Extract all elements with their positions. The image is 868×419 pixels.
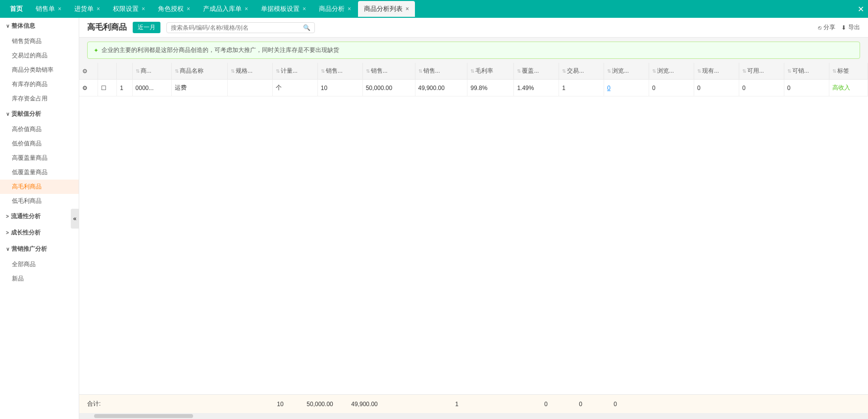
header-actions: ⎋ 分享 ⬇ 导出 (818, 23, 860, 32)
group-label-growth-analysis: 成长性分析 (11, 229, 41, 237)
search-icon[interactable]: 🔍 (303, 24, 310, 31)
sidebar-collapse-button[interactable]: « (71, 209, 79, 229)
col-label-browse2: 浏览... (657, 67, 674, 74)
sidebar-item-low-profit[interactable]: 低毛利商品 (0, 194, 79, 208)
group-label-flow-analysis: 流通性分析 (11, 212, 41, 221)
col-label-name: 商品名称 (180, 67, 204, 74)
tab-close-permission-set[interactable]: × (142, 5, 145, 12)
nav-tab-permission-set[interactable]: 权限设置× (107, 1, 151, 17)
sidebar-item-sales-ranking[interactable]: 销售货商品 (0, 34, 79, 48)
row-sales-qty-value: 10 (321, 85, 327, 92)
arrow-icon-overall-info: ∨ (6, 23, 9, 29)
nav-tab-role-permission[interactable]: 角色授权× (152, 1, 196, 17)
sidebar-group-growth-analysis[interactable]: >成长性分析 (0, 225, 79, 241)
nav-tab-product-inbound[interactable]: 产成品入库单× (197, 1, 254, 17)
sidebar-item-category-assist[interactable]: 商品分类助销率 (0, 63, 79, 77)
arrow-icon-financial-analysis: ∨ (6, 111, 9, 117)
sidebar-item-traded[interactable]: 交易过的商品 (0, 48, 79, 63)
col-header-trade-times[interactable]: ⇅交易... (559, 63, 604, 80)
table-header-row: ⚙⇅商...⇅商品名称⇅规格...⇅计量...⇅销售...⇅销售...⇅销售..… (79, 63, 868, 80)
sidebar-group-flow-analysis[interactable]: >流通性分析 (0, 208, 79, 225)
search-input[interactable] (171, 24, 303, 31)
sidebar-item-all-products[interactable]: 全部商品 (0, 257, 79, 272)
sidebar-item-low-value[interactable]: 低价值商品 (0, 137, 79, 151)
sidebar-item-new-products[interactable]: 新品 (0, 272, 79, 286)
sort-icon-coverage: ⇅ (517, 68, 521, 74)
sidebar-item-label-has-stock: 有库存的商品 (12, 81, 48, 88)
tag-label: 高收入 (832, 84, 850, 91)
col-header-sales-amount[interactable]: ⇅销售... (362, 63, 415, 80)
sidebar-item-high-value[interactable]: 高价值商品 (0, 122, 79, 137)
col-label-sales-profit: 销售... (423, 67, 440, 74)
col-header-sales-qty[interactable]: ⇅销售... (317, 63, 362, 80)
row-unit-value: 个 (276, 84, 282, 91)
nav-tab-label-sales: 销售单 (36, 4, 55, 13)
col-label-current-stock: 现有... (702, 67, 719, 74)
sidebar-item-stock-ratio[interactable]: 库存资金占用 (0, 92, 79, 106)
col-header-current-stock[interactable]: ⇅现有... (694, 63, 739, 80)
col-header-sales-profit[interactable]: ⇅销售... (415, 63, 467, 80)
col-header-saleable[interactable]: ⇅可销... (784, 63, 829, 80)
footer-cell-1: 10 (273, 399, 303, 410)
col-label-spec: 规格... (236, 67, 253, 74)
close-all-tabs-button[interactable]: ✕ (858, 4, 864, 14)
top-nav-bar: 首页销售单×进货单×权限设置×角色授权×产成品入库单×单据模板设置×商品分析×商… (0, 0, 868, 18)
sort-icon-saleable: ⇅ (787, 68, 791, 74)
sort-icon-tag: ⇅ (832, 68, 836, 74)
sidebar-group-overall-info[interactable]: ∨整体信息 (0, 18, 79, 34)
col-header-name[interactable]: ⇅商品名称 (171, 63, 227, 80)
col-header-available[interactable]: ⇅可用... (739, 63, 784, 80)
sidebar-group-marketing-analysis[interactable]: ∨营销推广分析 (0, 241, 79, 257)
link-value[interactable]: 0 (607, 85, 611, 92)
footer-cell-9: 0 (540, 399, 575, 410)
sidebar-item-has-stock[interactable]: 有库存的商品 (0, 77, 79, 92)
col-header-tag[interactable]: ⇅标签 (829, 63, 868, 80)
col-header-code[interactable]: ⇅商... (132, 63, 171, 80)
col-label-trade-times: 交易... (567, 67, 584, 74)
data-table: ⚙⇅商...⇅商品名称⇅规格...⇅计量...⇅销售...⇅销售...⇅销售..… (79, 63, 868, 96)
sidebar-item-label-high-freq: 高覆盖量商品 (12, 154, 48, 161)
sidebar-group-financial-analysis[interactable]: ∨贡献值分析 (0, 106, 79, 122)
scrollbar-thumb[interactable] (94, 414, 193, 418)
tip-icon: ✦ (94, 47, 99, 54)
nav-tab-sales[interactable]: 销售单× (30, 1, 67, 17)
sidebar-item-high-profit[interactable]: 高毛利商品 (0, 180, 79, 194)
row-browse2: 0 (649, 80, 694, 96)
nav-tab-template-set[interactable]: 单据模板设置× (255, 1, 312, 17)
page-title: 高毛利商品 (87, 22, 127, 33)
period-button[interactable]: 近一月 (133, 22, 160, 33)
nav-tab-product-analysis-list[interactable]: 商品分析列表× (358, 1, 415, 17)
nav-tab-product-analysis[interactable]: 商品分析× (313, 1, 357, 17)
table-body: ⚙☐10000...运费个1050,000.0049,900.0099.8%1.… (79, 80, 868, 96)
footer-cell-2: 50,000.00 (303, 399, 347, 410)
sidebar-item-low-freq[interactable]: 低覆盖量商品 (0, 165, 79, 180)
sort-icon-spec: ⇅ (231, 68, 235, 74)
sidebar-item-label-low-value: 低价值商品 (12, 140, 42, 147)
tab-close-template-set[interactable]: × (303, 5, 306, 12)
tab-close-role-permission[interactable]: × (187, 5, 190, 12)
sidebar-item-high-freq[interactable]: 高覆盖量商品 (0, 151, 79, 165)
col-header-browse2[interactable]: ⇅浏览... (649, 63, 694, 80)
col-header-profit-rate[interactable]: ⇅毛利率 (467, 63, 514, 80)
export-button[interactable]: ⬇ 导出 (841, 23, 860, 32)
sidebar-item-label-high-value: 高价值商品 (12, 126, 42, 133)
col-header-unit[interactable]: ⇅计量... (272, 63, 317, 80)
nav-tab-home[interactable]: 首页 (4, 1, 29, 17)
tab-close-product-analysis-list[interactable]: × (406, 5, 409, 12)
nav-tab-purchase[interactable]: 进货单× (68, 1, 106, 17)
tab-close-product-inbound[interactable]: × (245, 5, 248, 12)
tab-close-sales[interactable]: × (58, 5, 61, 12)
col-header-browse1[interactable]: ⇅浏览... (604, 63, 649, 80)
tab-close-product-analysis[interactable]: × (348, 5, 351, 12)
col-label-sales-amount: 销售... (371, 67, 388, 74)
row-sales-profit: 49,900.00 (415, 80, 467, 96)
col-header-coverage[interactable]: ⇅覆盖... (514, 63, 559, 80)
sidebar: ∨整体信息销售货商品交易过的商品商品分类助销率有库存的商品库存资金占用∨贡献值分… (0, 18, 79, 419)
row-checkbox[interactable]: ☐ (98, 80, 116, 96)
share-button[interactable]: ⎋ 分享 (818, 23, 835, 32)
col-header-spec[interactable]: ⇅规格... (228, 63, 273, 80)
col-label-profit-rate: 毛利率 (475, 67, 493, 74)
tab-close-purchase[interactable]: × (97, 5, 100, 12)
horizontal-scrollbar[interactable] (79, 413, 868, 419)
row-tag: 高收入 (829, 80, 868, 96)
